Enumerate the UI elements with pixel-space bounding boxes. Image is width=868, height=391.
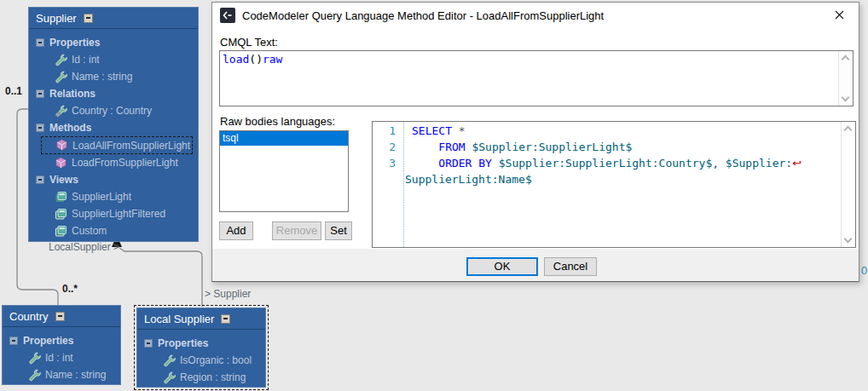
method-item-selected[interactable]: LoadAllFromSupplierLight <box>41 136 193 154</box>
section-properties[interactable]: Properties <box>3 332 120 349</box>
section-properties[interactable]: Properties <box>29 34 198 51</box>
view-icon <box>55 191 67 204</box>
gutter-separator <box>403 122 404 247</box>
property-item[interactable]: IsOrganic : bool <box>137 352 260 369</box>
language-list-item[interactable]: tsql <box>220 131 348 146</box>
chevron-up-icon[interactable] <box>842 55 850 64</box>
entity-local-supplier[interactable]: Local Supplier Properties IsOrganic : bo… <box>136 308 266 388</box>
cmql-token: () <box>249 53 263 66</box>
collapse-icon[interactable] <box>144 339 153 348</box>
inheritance-line-localsupplier-supplier <box>119 248 202 307</box>
collapse-icon[interactable] <box>36 175 44 184</box>
line-number <box>373 173 403 189</box>
collapse-icon[interactable] <box>84 14 93 23</box>
collapse-icon[interactable] <box>221 314 230 324</box>
cmql-scrollbar[interactable] <box>838 51 853 106</box>
entity-supplier[interactable]: Supplier Properties Id : int Name : stri… <box>28 7 199 242</box>
collapse-icon[interactable] <box>36 89 44 98</box>
collapse-icon[interactable] <box>55 312 65 321</box>
editor-scrollbar[interactable] <box>841 122 855 247</box>
line-number: 1 <box>373 124 403 141</box>
entity-header[interactable]: Local Supplier <box>137 308 265 330</box>
code-line: 2 FROM $Supplier:SupplierLight$ <box>373 141 841 157</box>
wrench-icon <box>55 71 67 83</box>
languages-listbox[interactable]: tsql <box>219 130 349 212</box>
entity-title: Supplier <box>36 12 77 25</box>
property-item[interactable]: Id : int <box>3 349 115 366</box>
collapse-icon[interactable] <box>36 38 44 47</box>
view-item[interactable]: Custom <box>29 222 193 239</box>
cmql-token: raw <box>263 53 282 66</box>
wrench-icon <box>163 354 176 367</box>
diagram-canvas: 0..1 0..* LocalSupplier > > Supplier 0 S… <box>0 0 868 391</box>
multiplicity-label: 0..1 <box>5 85 22 97</box>
chevron-down-icon[interactable] <box>844 235 853 244</box>
property-item[interactable]: Name : string <box>3 366 115 383</box>
cancel-button[interactable]: Cancel <box>544 257 597 276</box>
close-icon <box>835 10 844 20</box>
view-item[interactable]: SupplierLightFiltered <box>29 205 193 222</box>
relation-item[interactable]: Country : Country <box>29 102 193 119</box>
chevron-up-icon[interactable] <box>844 126 853 135</box>
section-methods[interactable]: Methods <box>29 119 198 136</box>
section-views[interactable]: Views <box>29 171 198 188</box>
code-line-wrapped: SupplierLight:Name$ <box>373 173 841 189</box>
wrench-icon <box>55 54 67 66</box>
view-icon <box>55 208 67 221</box>
view-icon <box>55 225 67 238</box>
property-item[interactable]: Name : string <box>29 68 193 85</box>
method-item[interactable]: LoadFromSupplierLight <box>29 154 193 171</box>
dialog-titlebar[interactable]: CodeModeler Query Language Method Editor… <box>212 3 859 28</box>
wrench-icon <box>28 369 41 382</box>
raw-bodies-label: Raw bodies languages: <box>220 115 335 128</box>
clipped-canvas-text: 0 <box>861 264 867 277</box>
sql-code-editor[interactable]: 1 SELECT * 2 FROM $Supplier:SupplierLigh… <box>372 121 856 248</box>
view-item[interactable]: SupplierLight <box>29 188 193 205</box>
entity-header[interactable]: Supplier <box>29 8 198 29</box>
cmql-text-label: CMQL Text: <box>220 36 278 49</box>
collapse-icon[interactable] <box>9 336 18 345</box>
multiplicity-label: 0..* <box>62 283 78 295</box>
set-button[interactable]: Set <box>325 221 352 240</box>
entity-title: Local Supplier <box>144 313 214 325</box>
relation-wrench-icon <box>55 105 67 118</box>
method-cube-icon <box>55 157 67 170</box>
section-properties[interactable]: Properties <box>137 335 265 352</box>
property-item[interactable]: Region : string <box>137 369 260 386</box>
dialog-title: CodeModeler Query Language Method Editor… <box>242 9 604 22</box>
entity-header[interactable]: Country <box>3 306 120 327</box>
entity-country[interactable]: Country Properties Id : int Name : strin… <box>2 305 121 385</box>
code-line: 3 ORDER BY $Supplier:SupplierLight:Count… <box>373 157 841 173</box>
inheritance-label: LocalSupplier > <box>49 241 119 253</box>
chevron-down-icon[interactable] <box>842 94 850 102</box>
cmql-token: load <box>223 53 249 66</box>
wrench-icon <box>28 352 41 365</box>
line-number: 2 <box>373 141 403 157</box>
word-wrap-icon: ↩ <box>792 157 801 170</box>
property-item[interactable]: Id : int <box>29 51 193 68</box>
wrench-icon <box>163 371 176 384</box>
relation-label: > Supplier <box>205 288 251 300</box>
method-cube-icon <box>55 139 68 152</box>
collapse-icon[interactable] <box>36 124 44 132</box>
cmql-text-input[interactable]: load()raw <box>219 50 854 106</box>
section-relations[interactable]: Relations <box>29 85 198 102</box>
remove-button[interactable]: Remove <box>272 221 321 240</box>
entity-title: Country <box>9 310 49 323</box>
code-line: 1 SELECT * <box>373 124 841 141</box>
app-icon <box>220 8 235 23</box>
method-editor-dialog: CodeModeler Query Language Method Editor… <box>211 2 859 282</box>
line-number: 3 <box>373 157 403 173</box>
add-button[interactable]: Add <box>219 221 253 240</box>
ok-button[interactable]: OK <box>466 257 538 276</box>
close-button[interactable] <box>820 3 859 27</box>
